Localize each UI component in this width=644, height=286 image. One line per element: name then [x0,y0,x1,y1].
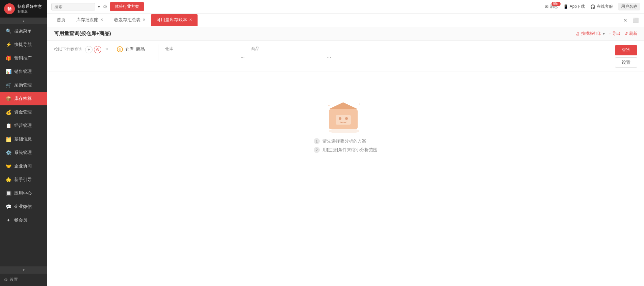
empty-state-svg [326,99,366,133]
wechat-icon: 💬 [5,204,11,210]
product-label: 商品 [251,46,331,52]
sidebar-item-newcomer[interactable]: 🌟新手引导 [0,173,47,186]
headset-icon: 🎧 [590,4,595,9]
sidebar-item-finance[interactable]: 💰资金管理 [0,105,47,119]
sidebar-item-label: 基础信息 [14,136,32,142]
sidebar-item-quick-nav[interactable]: ⚡快捷导航 [0,38,47,51]
tab-label: 首页 [57,17,66,23]
sidebar-item-wechat[interactable]: 💬企业微信 [0,200,47,213]
sidebar-scroll-down[interactable]: ▼ [0,266,47,273]
warehouse-more-button[interactable]: ··· [241,54,245,60]
sidebar-item-search[interactable]: 🔍搜索菜单 [0,24,47,38]
sidebar-item-system[interactable]: ⚙️系统管理 [0,146,47,159]
filter-schemes: ◎ 仓库+商品 [113,45,154,54]
sidebar-item-sales[interactable]: 📊销售管理 [0,65,47,78]
sidebar-item-label: 销售管理 [14,69,32,75]
product-input[interactable] [251,53,326,61]
export-icon: ↑ [609,31,611,36]
svg-point-5 [345,117,348,120]
gear-icon[interactable]: ⚙ [103,3,107,10]
customer-service-link[interactable]: 🎧 在线客服 [590,4,613,9]
mobile-icon: 📱 [563,4,568,9]
sidebar-header: 畅 畅康通好生意 标准版 [0,0,47,18]
warehouse-input[interactable] [165,53,239,61]
sidebar-item-label: 资金管理 [14,109,32,115]
filter-field-warehouse: 仓库 ··· [165,46,245,61]
enterprise-icon: 🤝 [5,163,11,169]
sidebar-item-label: 企业微信 [14,204,32,210]
sidebar-item-enterprise[interactable]: 🤝企业协同 [0,159,47,173]
tab-label: 收发存汇总表 [114,17,140,23]
export-button[interactable]: ↑ 导出 [609,31,620,36]
topbar-right: ✉ 消息 99+ 📱 App下载 🎧 在线客服 用户名称 [545,3,640,10]
sidebar-item-label: 系统管理 [14,150,32,156]
refresh-icon: ↺ [624,31,628,36]
filter-settings-button[interactable]: 设置 [615,57,637,68]
scheme-item-warehouse-product[interactable]: ◎ 仓库+商品 [113,45,154,54]
sidebar-item-basic[interactable]: 🗂️基础信息 [0,132,47,146]
sidebar-item-purchase[interactable]: 🛒采购管理 [0,78,47,92]
svg-point-4 [339,117,341,120]
tabs-bar: 首页库存批次账✕收发存汇总表✕可用量库存账本✕ ✕ ⬜ [47,14,644,27]
product-input-wrapper: ··· [251,53,331,61]
maximize-window-button[interactable]: ⬜ [632,17,640,24]
hint-number-2: 2 [314,147,320,153]
message-badge[interactable]: ✉ 消息 99+ [545,4,558,9]
filter-area: 按以下方案查询 + ⊙ « ◎ 仓库+商品 仓库 [47,41,644,72]
finance-icon: 💰 [5,109,11,115]
search-input[interactable] [51,3,95,10]
tab-available-ledger[interactable]: 可用量库存账本✕ [151,14,198,26]
sidebar-item-marketing[interactable]: 🎁营销推广 [0,51,47,65]
sidebar-item-vip[interactable]: ✦畅会员 [0,213,47,227]
app-title: 畅康通好生意 [18,4,42,9]
trial-button[interactable]: 体验行业方案 [110,2,144,11]
sidebar-scroll-up[interactable]: ▲ [0,18,47,24]
collapse-button[interactable]: « [105,45,108,51]
print-button[interactable]: 🖨 按模板打印 ▾ [576,31,605,36]
tab-close-batch-ledger[interactable]: ✕ [100,18,103,22]
sidebar-item-label: 库存核算 [14,96,32,102]
tab-close-collection-summary[interactable]: ✕ [143,18,146,22]
sidebar-item-label: 经营管理 [14,123,32,129]
tab-close-available-ledger[interactable]: ✕ [189,18,192,22]
add-scheme-button[interactable]: + [85,46,93,53]
close-window-button[interactable]: ✕ [622,17,629,24]
sidebar-footer[interactable]: ⚙ 设置 [0,273,47,286]
vip-icon: ✦ [5,217,11,223]
user-menu[interactable]: 用户名称 [618,3,640,10]
query-button[interactable]: 查询 [615,45,637,55]
quick-nav-icon: ⚡ [5,42,11,48]
scheme-settings-button[interactable]: ⊙ [94,46,101,53]
sidebar-nav: 🔍搜索菜单⚡快捷导航🎁营销推广📊销售管理🛒采购管理📦库存核算💰资金管理📋经营管理… [0,24,47,266]
action-buttons: 查询 设置 [615,45,637,68]
window-controls: ✕ ⬜ [622,17,640,24]
warehouse-input-wrapper: ··· [165,53,245,61]
sidebar-item-label: 应用中心 [14,190,32,196]
product-more-button[interactable]: ··· [327,54,331,60]
sales-icon: 📊 [5,69,11,75]
sidebar-item-operations[interactable]: 📋经营管理 [0,119,47,132]
sidebar-item-inventory[interactable]: 📦库存核算 [0,92,47,105]
empty-illustration [326,99,366,133]
tab-collection-summary[interactable]: 收发存汇总表✕ [109,14,151,26]
sidebar-item-label: 企业协同 [14,163,32,169]
page-header: 可用量查询(按仓库+商品) 🖨 按模板打印 ▾ ↑ 导出 ↺ 刷新 [47,27,644,41]
hint-number-1: 1 [314,138,320,144]
main-content: ▾ ⚙ 体验行业方案 ✉ 消息 99+ 📱 App下载 🎧 在线客服 用户名称 … [47,0,644,286]
sidebar-item-label: 搜索菜单 [14,28,32,34]
sidebar-item-apps[interactable]: 🔲应用中心 [0,186,47,200]
app-logo: 畅 [4,3,15,14]
sidebar-item-label: 采购管理 [14,82,32,88]
app-download-link[interactable]: 📱 App下载 [563,4,585,9]
tab-home[interactable]: 首页 [51,14,71,26]
empty-hints: 1 请先选择要分析的方案 2 用[过滤]条件来缩小分析范围 [314,138,378,153]
svg-point-8 [361,110,361,111]
tab-batch-ledger[interactable]: 库存批次账✕ [71,14,109,26]
sidebar-item-label: 快捷导航 [14,42,32,48]
refresh-button[interactable]: ↺ 刷新 [624,31,637,36]
print-dropdown-arrow: ▾ [603,31,605,36]
dropdown-arrow[interactable]: ▾ [98,4,100,9]
tab-label: 可用量库存账本 [156,17,187,23]
topbar: ▾ ⚙ 体验行业方案 ✉ 消息 99+ 📱 App下载 🎧 在线客服 用户名称 [47,0,644,14]
page-content: 可用量查询(按仓库+商品) 🖨 按模板打印 ▾ ↑ 导出 ↺ 刷新 按以下方案 [47,27,644,286]
